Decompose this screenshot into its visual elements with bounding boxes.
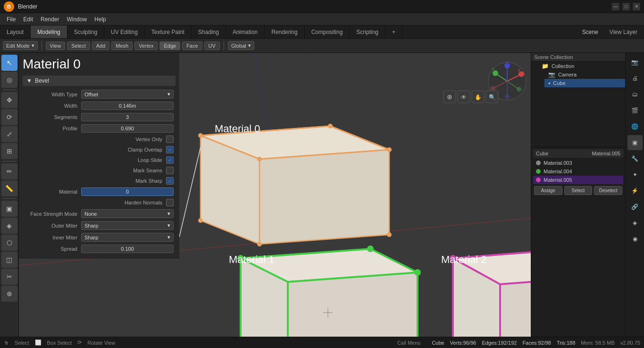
menu-render[interactable]: Render — [37, 15, 63, 24]
profile-row: Profile 0.690 — [23, 123, 176, 134]
props-tab-modifier[interactable]: 🔧 — [627, 151, 643, 166]
width-input[interactable]: 0.146m — [81, 102, 174, 110]
tool-knife[interactable]: ✂ — [1, 269, 17, 285]
tab-sculpting[interactable]: Sculpting — [67, 25, 104, 38]
view-layer-tab[interactable]: View Layer — [603, 25, 644, 38]
status-rotate-icon: ⟳ — [77, 340, 82, 346]
props-tab-view-layer[interactable]: 🗂 — [627, 87, 643, 102]
face-btn[interactable]: Face — [182, 42, 202, 50]
select-btn[interactable]: Select — [67, 42, 90, 50]
props-tab-render[interactable]: 📷 — [627, 55, 643, 70]
props-tab-material[interactable]: ◉ — [627, 231, 643, 246]
menu-edit[interactable]: Edit — [19, 15, 37, 24]
uv-btn[interactable]: UV — [204, 42, 220, 50]
close-button[interactable]: ✕ — [633, 3, 640, 10]
svg-point-76 — [491, 86, 495, 91]
tool-cursor[interactable]: ◎ — [1, 72, 17, 88]
clamp-overlap-checkbox[interactable]: ✓ — [166, 146, 174, 153]
tab-modeling[interactable]: Modeling — [31, 25, 67, 38]
deselect-button[interactable]: Deselect — [594, 186, 622, 195]
face-strength-chevron: ▾ — [167, 211, 170, 217]
edge-btn[interactable]: Edge — [159, 42, 180, 50]
props-tab-scene[interactable]: 🎬 — [627, 103, 643, 118]
view-btn[interactable]: View — [46, 42, 66, 50]
segments-input[interactable]: 3 — [81, 113, 174, 121]
tab-texture-paint[interactable]: Texture Paint — [145, 25, 192, 38]
outer-miter-label: Outer Miter — [25, 223, 81, 229]
tool-transform[interactable]: ⊞ — [1, 143, 17, 159]
props-tab-particles[interactable]: ✦ — [627, 167, 643, 182]
props-tab-output[interactable]: 🖨 — [627, 71, 643, 86]
mode-dropdown[interactable]: Edit Mode ▾ — [3, 41, 38, 50]
outer-miter-dropdown[interactable]: Sharp ▾ — [81, 221, 174, 230]
tool-select[interactable]: ↖ — [1, 55, 17, 71]
material-input[interactable]: 0 — [81, 187, 174, 196]
cube-icon: ▪ — [548, 80, 550, 86]
tool-annotate[interactable]: ✏ — [1, 163, 17, 179]
transform-dropdown[interactable]: Global ▾ — [228, 41, 254, 50]
tool-inset[interactable]: ◈ — [1, 218, 17, 234]
loop-slide-checkbox[interactable]: ✓ — [166, 156, 174, 164]
vertex-btn[interactable]: Vertex — [134, 42, 158, 50]
minimize-button[interactable]: — — [612, 3, 619, 10]
tool-extrude[interactable]: ▣ — [1, 201, 17, 217]
outliner-item-collection[interactable]: 📁 Collection — [538, 62, 625, 70]
vertex-only-checkbox[interactable] — [166, 136, 174, 143]
tab-add[interactable]: + — [385, 25, 402, 38]
harden-normals-checkbox[interactable] — [166, 199, 174, 206]
tool-rotate[interactable]: ⟳ — [1, 109, 17, 125]
mark-seams-row: Mark Seams — [23, 166, 176, 175]
status-call-menu: Call Menu — [397, 340, 421, 346]
mesh-btn[interactable]: Mesh — [111, 42, 133, 50]
tool-scale[interactable]: ⤢ — [1, 126, 17, 142]
bevel-panel-header[interactable]: ▼ Bevel — [23, 76, 176, 86]
tool-poly-build[interactable]: ⊕ — [1, 286, 17, 302]
props-tab-world[interactable]: 🌐 — [627, 119, 643, 134]
tab-rendering[interactable]: Rendering — [265, 25, 304, 38]
mark-sharp-checkbox[interactable]: ✓ — [166, 177, 174, 185]
menu-window[interactable]: Window — [63, 15, 91, 24]
assign-button[interactable]: Assign — [534, 186, 562, 195]
tab-scripting[interactable]: Scripting — [350, 25, 385, 38]
maximize-button[interactable]: □ — [622, 3, 630, 10]
tool-bevel[interactable]: ⬡ — [1, 235, 17, 251]
svg-text:Material 2: Material 2 — [441, 254, 487, 265]
tool-loop-cut[interactable]: ◫ — [1, 252, 17, 268]
viewport-3d[interactable]: Material 0 — [19, 53, 531, 337]
face-strength-dropdown[interactable]: None ▾ — [81, 209, 174, 218]
separator-1 — [42, 41, 42, 51]
menu-help[interactable]: Help — [91, 15, 110, 24]
outliner-item-cube[interactable]: ▪ Cube — [544, 79, 625, 87]
tool-move[interactable]: ✥ — [1, 92, 17, 108]
material-slot-0[interactable]: Material.003 — [533, 159, 623, 167]
width-type-dropdown[interactable]: Offset ▾ — [81, 90, 174, 99]
menu-file[interactable]: File — [3, 15, 19, 24]
select-button[interactable]: Select — [564, 186, 593, 195]
profile-input[interactable]: 0.690 — [81, 124, 174, 133]
mark-sharp-row: Mark Sharp ✓ — [23, 176, 176, 186]
props-tab-object[interactable]: ▣ — [627, 135, 643, 150]
material-slot-1[interactable]: Material.004 — [533, 167, 623, 176]
collection-icon: 📁 — [542, 63, 549, 69]
svg-marker-10 — [259, 150, 389, 244]
main-area: ↖ ◎ ✥ ⟳ ⤢ ⊞ ✏ 📏 ▣ ◈ ⬡ ◫ ✂ ⊕ — [0, 53, 644, 337]
tab-uv-editing[interactable]: UV Editing — [104, 25, 145, 38]
inner-miter-dropdown[interactable]: Sharp ▾ — [81, 233, 174, 242]
props-tab-data[interactable]: ◈ — [627, 215, 643, 230]
outliner-item-camera[interactable]: 📷 Camera — [544, 70, 625, 79]
svg-point-19 — [257, 157, 262, 161]
mark-seams-checkbox[interactable] — [166, 167, 174, 174]
add-btn[interactable]: Add — [92, 42, 110, 50]
tab-animation[interactable]: Animation — [226, 25, 265, 38]
cube-label: Cube — [553, 80, 565, 86]
props-tab-constraints[interactable]: 🔗 — [627, 199, 643, 214]
props-tab-physics[interactable]: ⚡ — [627, 183, 643, 198]
material-slot-2[interactable]: Material.005 — [533, 176, 623, 184]
tab-shading[interactable]: Shading — [192, 25, 226, 38]
panel-arrow: ▼ — [26, 77, 32, 84]
tool-measure[interactable]: 📏 — [1, 180, 17, 196]
tab-compositing[interactable]: Compositing — [305, 25, 350, 38]
tab-layout[interactable]: Layout — [0, 25, 31, 38]
spread-input[interactable]: 0.100 — [81, 245, 174, 253]
scene-name: Scene — [577, 29, 603, 35]
